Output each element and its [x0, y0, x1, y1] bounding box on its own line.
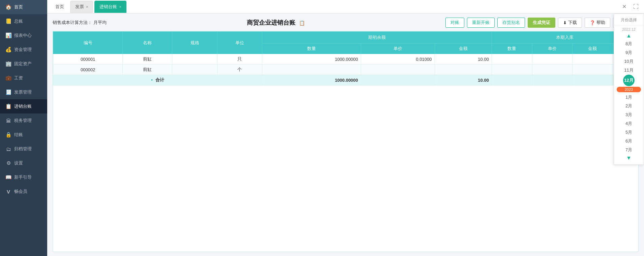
generate-button[interactable]: 生成凭证 [528, 18, 555, 28]
month-item-1[interactable]: 1月 [614, 93, 644, 102]
tax-icon: 🏛 [5, 118, 11, 124]
sidebar-item-guide[interactable]: 📖 新手引导 [0, 170, 47, 184]
tab-home-label: 首页 [55, 4, 64, 10]
ledger-icon: 📒 [5, 18, 11, 24]
sidebar-item-payroll[interactable]: 💼 工资 [0, 71, 47, 85]
cell-name: 前缸 [123, 54, 172, 65]
sidebar-item-label: 进销台账 [14, 103, 32, 109]
cell-name: 前缸 [123, 65, 172, 75]
total-label: ▪ 合计 [53, 75, 262, 85]
sidebar-item-label: 发票管理 [14, 89, 32, 95]
sidebar: 🏠 首页 📒 总账 📊 报表中心 💰 资金管理 🏢 固定资产 💼 工资 🧾 发票… [0, 0, 47, 256]
tab-inventory-close[interactable]: × [119, 5, 121, 9]
table-row: 000001 前缸 只 1000.00000 0.01000 10.00 [53, 54, 638, 65]
col-spec: 规格 [172, 32, 217, 54]
col-bh: 编号 [53, 32, 123, 54]
vip-icon: V [5, 189, 11, 195]
building-icon: 🏢 [5, 61, 11, 67]
sidebar-item-home[interactable]: 🏠 首页 [0, 0, 47, 14]
sidebar-item-label: 结账 [14, 132, 23, 138]
scroll-up-button[interactable]: ▲ [614, 32, 644, 40]
col-ci-qty: 数量 [492, 44, 532, 54]
main-area: 首页 发票 × 进销台账 × ✕ ⛶ 销售成本计算方法： 月平均 商贸企业进销台… [47, 0, 644, 256]
cell-ci-amount [573, 54, 613, 65]
home-icon: 🏠 [5, 4, 11, 10]
sidebar-item-archive[interactable]: 🗂 归档管理 [0, 142, 47, 156]
month-picker: 月份选择 2022.12 ▲ 8月 9月 10月 11月 12月 2023 1月… [614, 14, 644, 165]
cell-bh: 000002 [53, 65, 123, 75]
sidebar-item-invoice-mgmt[interactable]: 🧾 发票管理 [0, 85, 47, 99]
total-ci-qty [492, 75, 532, 85]
payroll-icon: 💼 [5, 75, 11, 81]
table-row: 000002 前缸 个 [53, 65, 638, 75]
toolbar-buttons: 对账 重新开账 存货别名 生成凭证 ⬇ 下载 ❓ 帮助 🔄 刷新 [445, 18, 639, 28]
cost-method: 销售成本计算方法： 月平均 [53, 20, 107, 26]
cell-ps-qty [262, 65, 361, 75]
invoice-icon: 🧾 [5, 89, 11, 95]
col-ci-price: 单价 [532, 44, 573, 54]
settings-icon: ⚙ [5, 160, 11, 166]
window-controls: ✕ ⛶ [620, 3, 641, 10]
tab-inventory-label: 进销台账 [99, 4, 117, 10]
download-button[interactable]: ⬇ 下载 [558, 18, 582, 28]
month-item-9[interactable]: 9月 [614, 48, 644, 57]
month-item-8[interactable]: 8月 [614, 40, 644, 48]
month-item-4[interactable]: 4月 [614, 119, 644, 128]
sidebar-item-label: 工资 [14, 75, 23, 81]
lock-icon: 🔒 [5, 132, 11, 138]
scroll-down-button[interactable]: ▼ [614, 154, 644, 162]
sidebar-item-tax[interactable]: 🏛 税务管理 [0, 113, 47, 128]
maximize-window-button[interactable]: ⛶ [631, 3, 641, 10]
cell-ci-qty [492, 54, 532, 65]
month-item-7[interactable]: 7月 [614, 146, 644, 154]
total-ps-qty: 1000.00000 [262, 75, 361, 85]
sidebar-item-funds[interactable]: 💰 资金管理 [0, 43, 47, 57]
download-icon: ⬇ [563, 20, 567, 25]
sidebar-item-reports[interactable]: 📊 报表中心 [0, 28, 47, 43]
tab-invoice-close[interactable]: × [86, 5, 88, 9]
edit-title-icon[interactable]: 📋 [299, 20, 305, 26]
cell-spec [172, 65, 217, 75]
cost-method-value: 月平均 [93, 20, 107, 25]
sidebar-item-label: 报表中心 [14, 32, 32, 39]
content-area: 销售成本计算方法： 月平均 商贸企业进销台账 📋 对账 重新开账 存货别名 生成… [47, 14, 644, 256]
help-label: 帮助 [596, 20, 605, 26]
cell-ps-amount [435, 65, 492, 75]
year-marker-2023: 2023 [617, 87, 641, 92]
total-ps-price [361, 75, 435, 85]
sidebar-item-fixed-assets[interactable]: 🏢 固定资产 [0, 57, 47, 71]
tab-inventory[interactable]: 进销台账 × [94, 1, 126, 13]
month-item-6[interactable]: 6月 [614, 137, 644, 146]
help-button[interactable]: ❓ 帮助 [585, 18, 610, 28]
month-item-3[interactable]: 3月 [614, 110, 644, 119]
sidebar-item-settings[interactable]: ⚙ 设置 [0, 156, 47, 170]
table-wrapper[interactable]: 编号 名称 规格 单位 期初余额 本期入库 数量 单价 金额 数量 单价 金额 [53, 31, 639, 252]
col-name: 名称 [123, 32, 172, 54]
month-item-11[interactable]: 11月 [614, 66, 644, 75]
inventory-icon: 📋 [5, 103, 11, 109]
sidebar-item-label: 设置 [14, 160, 23, 166]
cell-spec [172, 54, 217, 65]
col-ps-price: 单价 [361, 44, 435, 54]
month-item-2[interactable]: 2月 [614, 102, 644, 110]
sidebar-item-inventory[interactable]: 📋 进销台账 [0, 99, 47, 113]
cell-unit: 个 [217, 65, 262, 75]
col-ps-qty: 数量 [262, 44, 361, 54]
month-item-10[interactable]: 10月 [614, 57, 644, 66]
sidebar-item-vip[interactable]: V 畅会员 [0, 184, 47, 199]
sidebar-item-closing[interactable]: 🔒 结账 [0, 128, 47, 142]
tab-home[interactable]: 首页 [51, 1, 69, 13]
sidebar-item-general-ledger[interactable]: 📒 总账 [0, 14, 47, 28]
duizhang-button[interactable]: 对账 [445, 18, 464, 28]
year-label-2022: 2022.12 [614, 27, 644, 32]
tab-invoice[interactable]: 发票 × [70, 1, 93, 13]
close-window-button[interactable]: ✕ [620, 3, 628, 10]
chongxin-button[interactable]: 重新开账 [467, 18, 495, 28]
col-unit: 单位 [217, 32, 262, 54]
report-icon: 📊 [5, 32, 11, 39]
cell-unit: 只 [217, 54, 262, 65]
month-item-5[interactable]: 5月 [614, 128, 644, 137]
sidebar-item-label: 总账 [14, 18, 23, 24]
month-item-12[interactable]: 12月 [623, 75, 635, 86]
cunwei-button[interactable]: 存货别名 [497, 18, 525, 28]
